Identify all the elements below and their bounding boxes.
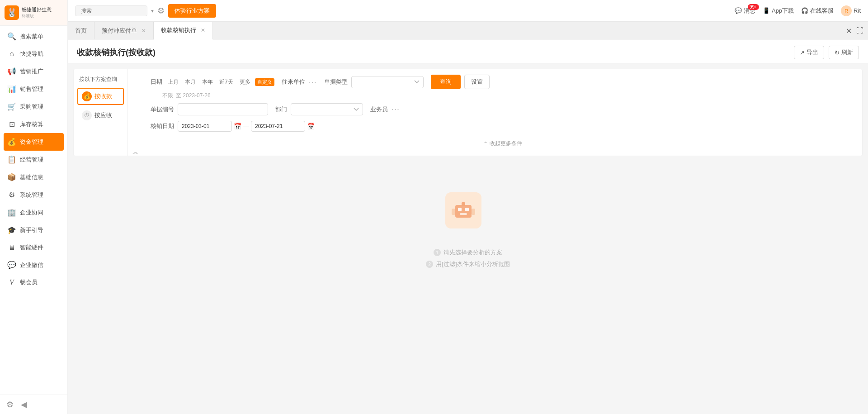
staff-filter-field: 业务员 ···: [370, 105, 400, 114]
svg-rect-2: [465, 208, 469, 211]
query-button[interactable]: 查询: [431, 75, 461, 89]
empty-icon: [445, 192, 491, 238]
topbar-search-input[interactable]: [75, 5, 147, 16]
sidebar-item-label: 营销推广: [20, 67, 43, 76]
sidebar-item-quick-nav[interactable]: ⌂ 快捷导航: [0, 45, 67, 62]
tabs-actions: ✕ ⛶: [841, 27, 868, 35]
page-header: 收款核销执行(按收款) ↗ 导出 ↻ 刷新: [68, 40, 868, 63]
tab-receipt-verify[interactable]: 收款核销执行 ✕: [154, 22, 213, 40]
sidebar-item-label: 采购管理: [20, 103, 43, 111]
sidebar-item-label: 新手引导: [20, 226, 43, 234]
app-download-link[interactable]: 📱 App下载: [763, 7, 794, 15]
date-custom-badge[interactable]: 自定义: [255, 78, 274, 86]
docno-filter-field: 单据编号: [151, 103, 268, 115]
sidebar-item-smart-hw[interactable]: 🖥 智能硬件: [0, 239, 67, 256]
topbar: ▾ ⚙ 体验行业方案 💬 消息 99+ 📱 App下载 🎧 在线客服 R Rit: [68, 0, 868, 22]
dept-label: 部门: [275, 105, 287, 114]
tab-receipt-verify-close-icon[interactable]: ✕: [201, 27, 205, 33]
filter-option-by-receivable[interactable]: ⏱ 按应收: [74, 106, 127, 125]
online-service-link[interactable]: 🎧 在线客服: [801, 7, 834, 15]
verify-date-start-cal-icon[interactable]: 📅: [234, 123, 241, 130]
sidebar-item-enterprise[interactable]: 🏢 企业协同: [0, 204, 67, 221]
sidebar-item-system[interactable]: ⚙ 系统管理: [0, 186, 67, 204]
date-shortcut-last-month[interactable]: 上月: [166, 77, 180, 87]
sidebar-item-label: 资金管理: [20, 138, 43, 146]
collapse-sidebar-icon[interactable]: ◀: [21, 400, 27, 409]
sidebar-item-label: 系统管理: [20, 191, 43, 199]
sidebar-item-inventory[interactable]: ⊡ 库存核算: [0, 115, 67, 133]
sidebar-item-label: 畅会员: [20, 278, 38, 286]
filter-row-2: 单据编号 部门 业务员 ···: [151, 103, 855, 115]
sidebar-logo: 🐰 畅捷通好生意 标准版: [0, 0, 67, 26]
weixin-icon: 💬: [7, 261, 16, 269]
settings-bottom-icon[interactable]: ⚙: [6, 400, 14, 409]
refresh-label: 刷新: [841, 48, 853, 57]
app-name: 畅捷通好生意: [22, 6, 52, 13]
sidebar-item-label: 基础信息: [20, 173, 43, 181]
solution-button[interactable]: 体验行业方案: [168, 4, 216, 18]
filter-scheme-sidebar: 按以下方案查询 💰 按收款 ⏱ 按应收: [74, 69, 128, 156]
page-title: 收款核销执行(按收款): [77, 47, 156, 58]
user-name: Rit: [854, 7, 861, 14]
empty-state: 1 请先选择要分析的方案 2 用[过滤]条件来缩小分析范围: [68, 156, 868, 305]
sidebar-item-search[interactable]: 🔍 搜索菜单: [0, 28, 67, 45]
docno-input[interactable]: [178, 103, 268, 115]
filter-panel: 按以下方案查询 💰 按收款 ⏱ 按应收 《 日期: [73, 69, 863, 156]
empty-hint-1-text: 请先选择要分析的方案: [443, 248, 502, 257]
dept-select[interactable]: [291, 103, 363, 115]
doctype-select[interactable]: [351, 76, 424, 88]
verify-date-end-input[interactable]: [251, 121, 305, 132]
tab-home[interactable]: 首页: [68, 22, 94, 39]
filter-option-by-receipt[interactable]: 💰 按收款: [77, 88, 124, 105]
sidebar-item-label: 企业协同: [20, 209, 43, 217]
date-shortcut-more[interactable]: 更多: [238, 77, 252, 87]
filter-option-by-receivable-label: 按应收: [94, 111, 112, 119]
tab-prepay-close-icon[interactable]: ✕: [142, 28, 146, 34]
collapse-more-button[interactable]: ⌃ 收起更多条件: [156, 137, 849, 150]
guide-icon: 🎓: [7, 226, 16, 234]
sidebar-item-basic-info[interactable]: 📦 基础信息: [0, 168, 67, 186]
empty-robot-icon: [445, 192, 481, 228]
setting-button[interactable]: 设置: [464, 75, 490, 89]
filter-collapse-icon[interactable]: 《: [128, 69, 143, 156]
sidebar-item-marketing[interactable]: 📢 营销推广: [0, 62, 67, 80]
sidebar-item-member[interactable]: V 畅会员: [0, 274, 67, 291]
sidebar-item-weixin[interactable]: 💬 企业微信: [0, 256, 67, 274]
user-profile[interactable]: R Rit: [841, 5, 861, 16]
main-area: ▾ ⚙ 体验行业方案 💬 消息 99+ 📱 App下载 🎧 在线客服 R Rit: [68, 0, 868, 414]
content-area: 收款核销执行(按收款) ↗ 导出 ↻ 刷新 按以下方案查询 💰 按收款: [68, 40, 868, 414]
tab-prepay[interactable]: 预付冲应付单 ✕: [94, 22, 154, 39]
message-badge: 99+: [748, 4, 759, 10]
smart-hw-icon: 🖥: [7, 243, 16, 252]
sidebar-item-guide[interactable]: 🎓 新手引导: [0, 221, 67, 239]
finance-icon: 💰: [7, 138, 16, 146]
verify-date-end-cal-icon[interactable]: 📅: [307, 123, 315, 130]
purchase-icon: 🛒: [7, 102, 16, 111]
logo-icon: 🐰: [5, 5, 19, 20]
date-shortcut-7days[interactable]: 近7天: [217, 77, 235, 87]
topbar-search-arrow-icon[interactable]: ▾: [151, 8, 154, 14]
verify-date-start-input[interactable]: [178, 121, 232, 132]
message-button[interactable]: 💬 消息 99+: [735, 7, 755, 15]
tab-close-all-icon[interactable]: ✕: [846, 27, 852, 35]
sidebar-item-finance[interactable]: 💰 资金管理: [4, 133, 64, 151]
sidebar-item-sales[interactable]: 📊 销售管理: [0, 80, 67, 98]
topbar-gear-icon[interactable]: ⚙: [157, 6, 165, 16]
partner-filter-field: 往来单位 ···: [282, 77, 317, 87]
date-filter-label: 日期: [151, 78, 162, 86]
sidebar-nav: 🔍 搜索菜单 ⌂ 快捷导航 📢 营销推广 📊 销售管理 🛒 采购管理 ⊡ 库存核…: [0, 26, 67, 395]
tab-expand-icon[interactable]: ⛶: [856, 27, 863, 35]
app-edition: 标准版: [22, 13, 52, 19]
sidebar-item-operation[interactable]: 📋 经营管理: [0, 151, 67, 168]
export-button[interactable]: ↗ 导出: [794, 46, 824, 59]
date-shortcut-this-month[interactable]: 本月: [183, 77, 198, 87]
sidebar-item-purchase[interactable]: 🛒 采购管理: [0, 98, 67, 115]
date-shortcut-this-year[interactable]: 本年: [200, 77, 215, 87]
message-icon: 💬: [735, 7, 742, 14]
docno-label: 单据编号: [151, 105, 174, 114]
receivable-icon: ⏱: [82, 110, 92, 120]
date-to-label: 至 2023-07-26: [176, 92, 211, 100]
operation-icon: 📋: [7, 155, 16, 164]
enterprise-icon: 🏢: [7, 208, 16, 217]
refresh-button[interactable]: ↻ 刷新: [829, 46, 859, 59]
